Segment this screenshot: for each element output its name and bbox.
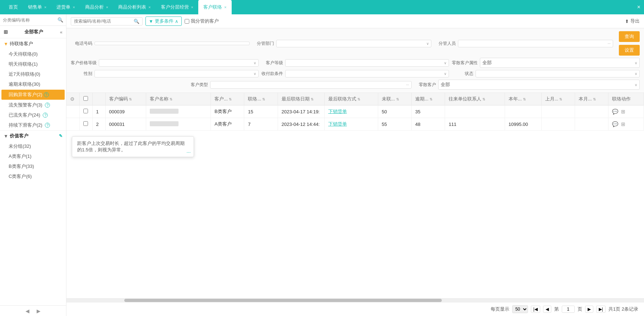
th-this-month[interactable]: 本月... ⇅ bbox=[575, 93, 608, 105]
search-input[interactable] bbox=[74, 19, 134, 24]
th-last-contact-method-sort-icon[interactable]: ⇅ bbox=[357, 97, 360, 101]
th-year-amount[interactable]: 本年... ⇅ bbox=[505, 93, 541, 105]
row2-chat-icon[interactable]: 💬 bbox=[612, 121, 618, 127]
nav-product-analysis-close[interactable]: × bbox=[106, 5, 108, 9]
last-page-btn[interactable]: ▶| bbox=[596, 306, 606, 313]
export-btn[interactable]: ⬆ 导出 bbox=[625, 18, 640, 24]
row2-grid-icon[interactable]: ⊞ bbox=[621, 121, 625, 127]
sidebar-scroll-left[interactable]: ◀ bbox=[26, 308, 29, 314]
manager-select[interactable]: ··· bbox=[458, 40, 613, 47]
customer-type-select[interactable]: ··· bbox=[210, 81, 412, 89]
th-last-month-sort-icon[interactable]: ⇅ bbox=[559, 97, 562, 101]
th-code-sort-icon[interactable]: ⇅ bbox=[129, 97, 132, 101]
nav-sales-close[interactable]: × bbox=[44, 5, 46, 9]
per-page-select[interactable]: 50 bbox=[512, 305, 528, 313]
sidebar-value-section[interactable]: ▼ 价值客户 ✎ bbox=[0, 130, 66, 141]
status-select[interactable]: ∨ bbox=[476, 70, 640, 77]
sidebar-item-b-class[interactable]: B类客户(33) bbox=[0, 161, 66, 171]
next-page-btn[interactable]: ▶ bbox=[585, 306, 593, 313]
sidebar-scroll-right[interactable]: ▶ bbox=[37, 308, 41, 314]
sidebar-search-input[interactable] bbox=[3, 18, 56, 23]
th-last-contact-method[interactable]: 最后联络方式 ⇅ bbox=[324, 93, 378, 105]
sidebar-item-c-class[interactable]: C类客户(6) bbox=[0, 171, 66, 181]
sidebar-item-tomorrow[interactable]: 明天待联络(1) bbox=[0, 59, 66, 69]
sidebar-item-ungroup[interactable]: 未分组(32) bbox=[0, 141, 66, 151]
lost-predict-info-icon[interactable]: ? bbox=[45, 103, 50, 108]
td-checkbox-2[interactable] bbox=[79, 118, 92, 131]
lost-info-icon[interactable]: ? bbox=[43, 113, 48, 118]
th-last-contact-date-sort-icon[interactable]: ⇅ bbox=[311, 97, 314, 101]
row1-chat-icon[interactable]: 💬 bbox=[612, 109, 618, 114]
repurchase-info-icon[interactable]: ? bbox=[44, 92, 49, 97]
sidebar-item-7days[interactable]: 近7天待联络(0) bbox=[0, 69, 66, 79]
payment-select[interactable]: ∨ bbox=[285, 70, 449, 77]
customer-grade-select[interactable]: ∨ bbox=[285, 59, 449, 67]
th-name-sort-icon[interactable]: ⇅ bbox=[170, 97, 172, 101]
page-input[interactable] bbox=[562, 306, 575, 313]
sidebar-item-declining[interactable]: 持续下滑客户(2) ? bbox=[0, 120, 66, 130]
phone-input[interactable] bbox=[94, 42, 250, 45]
nav-customer-mgmt-close[interactable]: × bbox=[191, 5, 193, 9]
declining-info-icon[interactable]: ? bbox=[45, 123, 50, 128]
nav-customer-contact-close[interactable]: × bbox=[224, 5, 226, 9]
sidebar-value-edit-icon[interactable]: ✎ bbox=[59, 133, 62, 138]
th-contact-sort-icon[interactable]: ⇅ bbox=[262, 97, 265, 101]
set-btn[interactable]: 设置 bbox=[619, 45, 640, 56]
th-name[interactable]: 客户名称 ⇅ bbox=[146, 93, 211, 105]
nav-product-list-close[interactable]: × bbox=[148, 5, 150, 9]
th-settings[interactable]: ⚙ bbox=[66, 93, 79, 105]
retail-attr-select[interactable]: 全部 ∨ bbox=[480, 58, 640, 68]
my-customers-checkbox-label[interactable]: 我分管的客户 bbox=[185, 18, 219, 24]
sidebar-item-today[interactable]: 今天待联络(0) bbox=[0, 49, 66, 59]
sidebar-item-overdue[interactable]: 逾期未联络(30) bbox=[0, 79, 66, 89]
nav-product-analysis[interactable]: 商品分析 × bbox=[80, 0, 113, 14]
row1-grid-icon[interactable]: ⊞ bbox=[621, 109, 625, 114]
th-unit-contact[interactable]: 往来单位联系人 ⇅ bbox=[445, 93, 505, 105]
th-year-amount-sort-icon[interactable]: ⇅ bbox=[523, 97, 526, 101]
search-icon[interactable]: 🔍 bbox=[134, 19, 139, 24]
th-uncontacted[interactable]: 未联... ⇅ bbox=[378, 93, 411, 105]
th-category[interactable]: 客户... ⇅ bbox=[211, 93, 244, 105]
th-uncontacted-sort-icon[interactable]: ⇅ bbox=[396, 97, 399, 101]
row1-last-method[interactable]: 下销货单 bbox=[328, 109, 347, 114]
th-contact[interactable]: 联络... ⇅ bbox=[244, 93, 278, 105]
sidebar-item-repurchase[interactable]: 回购异常客户(2) ? bbox=[1, 90, 65, 100]
gender-select[interactable]: ∨ bbox=[94, 70, 259, 77]
sidebar-item-lost[interactable]: 已流失客户(24) ? bbox=[0, 110, 66, 120]
nav-product-list[interactable]: 商品分析列表 × bbox=[113, 0, 156, 14]
nav-home[interactable]: 首页 bbox=[4, 0, 23, 14]
th-checkbox[interactable] bbox=[79, 93, 92, 105]
row2-last-method[interactable]: 下销货单 bbox=[328, 121, 347, 127]
th-this-month-sort-icon[interactable]: ⇅ bbox=[593, 97, 596, 101]
nav-customer-contact[interactable]: 客户联络 × bbox=[198, 0, 231, 14]
th-unit-contact-sort-icon[interactable]: ⇅ bbox=[482, 97, 485, 101]
row2-checkbox[interactable] bbox=[83, 121, 88, 126]
first-page-btn[interactable]: |◀ bbox=[531, 306, 540, 313]
more-filters-btn[interactable]: ▼ 更多条件 ∧ bbox=[145, 16, 182, 26]
settings-gear-icon[interactable]: ⚙ bbox=[70, 96, 75, 102]
th-overdue-sort-icon[interactable]: ⇅ bbox=[430, 97, 432, 101]
th-category-sort-icon[interactable]: ⇅ bbox=[229, 97, 232, 101]
sidebar-item-lost-predict[interactable]: 流失预警客户(3) ? bbox=[0, 100, 66, 110]
sidebar-item-a-class[interactable]: A类客户(1) bbox=[0, 151, 66, 161]
nav-customer-mgmt[interactable]: 客户分层经营 × bbox=[156, 0, 198, 14]
row1-checkbox[interactable] bbox=[83, 109, 88, 113]
sidebar-collapse-icon[interactable]: « bbox=[60, 29, 62, 35]
h-scrollbar-thumb[interactable] bbox=[124, 299, 442, 302]
nav-purchase-close[interactable]: × bbox=[73, 5, 75, 9]
retail-customer-select[interactable]: 全部 ∨ bbox=[438, 80, 640, 90]
my-customers-checkbox[interactable] bbox=[185, 19, 189, 24]
sidebar-all-customers[interactable]: ⊞ 全部客户 « bbox=[0, 26, 66, 38]
td-checkbox-1[interactable] bbox=[79, 105, 92, 118]
th-last-contact-date[interactable]: 最后联络日期 ⇅ bbox=[278, 93, 324, 105]
nav-purchase[interactable]: 进货单 × bbox=[51, 0, 80, 14]
sidebar-pending-section[interactable]: ▼ 待联络客户 bbox=[0, 38, 66, 49]
window-close-btn[interactable]: × bbox=[637, 4, 640, 10]
th-overdue[interactable]: 逾期... ⇅ bbox=[411, 93, 445, 105]
th-code[interactable]: 客户编码 ⇅ bbox=[105, 93, 146, 105]
select-all-checkbox[interactable] bbox=[83, 96, 88, 101]
sidebar-search-icon[interactable]: 🔍 bbox=[57, 17, 63, 23]
price-grade-select[interactable]: ∨ bbox=[99, 59, 259, 67]
th-last-month[interactable]: 上月... ⇅ bbox=[541, 93, 575, 105]
prev-page-btn[interactable]: ◀ bbox=[543, 306, 551, 313]
